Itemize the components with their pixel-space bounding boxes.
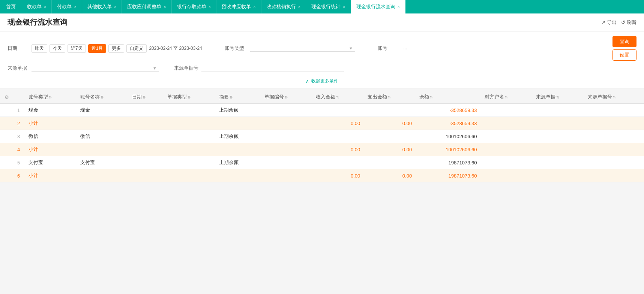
cell-date: [128, 169, 164, 182]
cell-date: [128, 143, 164, 156]
nav-close-icon[interactable]: ×: [298, 4, 300, 9]
date-option-更多[interactable]: 更多: [108, 44, 124, 53]
date-option-今天[interactable]: 今天: [50, 44, 65, 53]
date-option-自定义[interactable]: 自定义: [126, 44, 147, 53]
table-wrapper: ⚙账号类型⇅账号名称⇅日期⇅单据类型⇅摘要⇅单据编号⇅收入金额⇅支出金额⇅余额⇅…: [0, 91, 644, 182]
nav-close-icon[interactable]: ×: [114, 4, 116, 9]
nav-label: 付款单: [57, 3, 72, 10]
nav-item-预收冲应收单[interactable]: 预收冲应收单×: [216, 0, 261, 13]
settings-button[interactable]: 设置: [612, 49, 636, 61]
sort-icon-summary: ⇅: [230, 95, 233, 99]
sort-icon-doc_type: ⇅: [188, 95, 191, 99]
cell-expense: 0.00: [364, 117, 416, 130]
cell-account_type: 微信: [25, 130, 77, 143]
cell-source_doc: [532, 156, 584, 169]
cell-doc_type: [164, 104, 215, 117]
cell-date: [128, 130, 164, 143]
cell-doc_no: [261, 169, 312, 182]
cell-income: 0.00: [312, 169, 364, 182]
cell-account_name: 现金: [77, 104, 128, 117]
table-row: 5支付宝支付宝上期余额19871073.60: [0, 156, 644, 169]
gear-icon[interactable]: ⚙: [5, 94, 9, 100]
nav-item-现金银行统计[interactable]: 现金银行统计×: [306, 0, 351, 13]
cell-doc_type: [164, 156, 215, 169]
nav-item-收款单[interactable]: 收款单×: [22, 0, 52, 13]
date-option-近7天[interactable]: 近7天: [68, 44, 86, 53]
sort-icon-account_name: ⇅: [101, 95, 104, 99]
cell-source_doc_no: [584, 143, 644, 156]
cell-account_type: 现金: [25, 104, 77, 117]
nav-close-icon[interactable]: ×: [44, 4, 46, 9]
cell-source_doc_no: [584, 156, 644, 169]
source-doc-arrow-icon: ▼: [153, 66, 157, 70]
nav-close-icon[interactable]: ×: [164, 4, 166, 9]
cell-expense: [364, 156, 416, 169]
collapse-icon: ∧: [306, 79, 309, 84]
source-doc-no-input[interactable]: [201, 64, 344, 72]
cell-account_name: 微信: [77, 130, 128, 143]
col-income: 收入金额⇅: [312, 91, 364, 104]
nav-close-icon[interactable]: ×: [209, 4, 211, 9]
nav-item-应收应付调整单[interactable]: 应收应付调整单×: [122, 0, 171, 13]
nav-close-icon[interactable]: ×: [74, 4, 76, 9]
date-option-近1月[interactable]: 近1月: [88, 44, 107, 53]
cell-summary: 上期余额: [215, 104, 261, 117]
col-source_doc: 来源单据⇅: [532, 91, 584, 104]
table-row: 1现金现金上期余额-3528659.33: [0, 104, 644, 117]
nav-label: 预收冲应收单: [222, 3, 251, 10]
account-type-select[interactable]: ▼: [250, 45, 355, 52]
cell-balance: 19871073.60: [416, 156, 480, 169]
nav-home[interactable]: 首页: [0, 3, 22, 10]
cell-summary: [215, 117, 261, 130]
nav-item-银行存取款单[interactable]: 银行存取款单×: [172, 0, 216, 13]
nav-label: 应收应付调整单: [127, 3, 161, 10]
table-row: 4小计0.000.00100102606.60: [0, 143, 644, 156]
cell-doc_type: [164, 130, 215, 143]
cell-source_doc_no: [584, 104, 644, 117]
cell-source_doc: [532, 143, 584, 156]
cell-counterpart: [481, 130, 533, 143]
account-label: 账号: [378, 45, 400, 52]
source-doc-select[interactable]: ▼: [32, 65, 159, 72]
cell-income: [312, 104, 364, 117]
cell-doc_type: [164, 117, 215, 130]
right-buttons: 查询 设置: [612, 36, 636, 61]
date-option-昨天[interactable]: 昨天: [32, 44, 47, 53]
page-header: 现金银行流水查询 ↗ 导出 ↺ 刷新: [0, 13, 644, 31]
date-label: 日期: [8, 45, 30, 52]
cell-account_type: 小计: [25, 169, 77, 182]
col-source_doc_no: 来源单据号⇅: [584, 91, 644, 104]
cell-summary: [215, 169, 261, 182]
export-button[interactable]: ↗ 导出: [601, 19, 617, 26]
col-account_name: 账号名称⇅: [77, 91, 128, 104]
table-row: 6小计0.000.0019871073.60: [0, 169, 644, 182]
nav-close-icon[interactable]: ×: [253, 4, 255, 9]
cell-expense: 0.00: [364, 143, 416, 156]
cell-gear: [0, 169, 14, 182]
sort-icon-income: ⇅: [336, 95, 339, 99]
cell-balance: 100102606.60: [416, 143, 480, 156]
col-doc_no: 单据编号⇅: [261, 91, 312, 104]
refresh-button[interactable]: ↺ 刷新: [621, 19, 636, 26]
cell-date: [128, 104, 164, 117]
col-expense: 支出金额⇅: [364, 91, 416, 104]
cell-income: [312, 130, 364, 143]
collapse-bar[interactable]: ∧ 收起更多条件: [8, 76, 636, 85]
query-button[interactable]: 查询: [612, 36, 636, 47]
cell-no: 1: [14, 104, 25, 117]
account-more-icon[interactable]: ···: [403, 46, 407, 51]
nav-item-收款核销执行[interactable]: 收款核销执行×: [261, 0, 306, 13]
cell-no: 4: [14, 143, 25, 156]
cell-gear: [0, 130, 14, 143]
nav-item-付款单[interactable]: 付款单×: [52, 0, 82, 13]
nav-close-icon[interactable]: ×: [398, 4, 400, 9]
nav-close-icon[interactable]: ×: [343, 4, 345, 9]
cell-source_doc_no: [584, 117, 644, 130]
cell-account_name: [77, 117, 128, 130]
cell-source_doc: [532, 169, 584, 182]
table-row: 3微信微信上期余额100102606.60: [0, 130, 644, 143]
nav-item-其他收入单[interactable]: 其他收入单×: [82, 0, 122, 13]
nav-item-现金银行流水查询[interactable]: 现金银行流水查询×: [351, 0, 405, 13]
filter-row-date: 日期 昨天今天近7天近1月更多自定义 2023-02-24 至 2023-03-…: [8, 36, 636, 61]
cell-account_type: 支付宝: [25, 156, 77, 169]
